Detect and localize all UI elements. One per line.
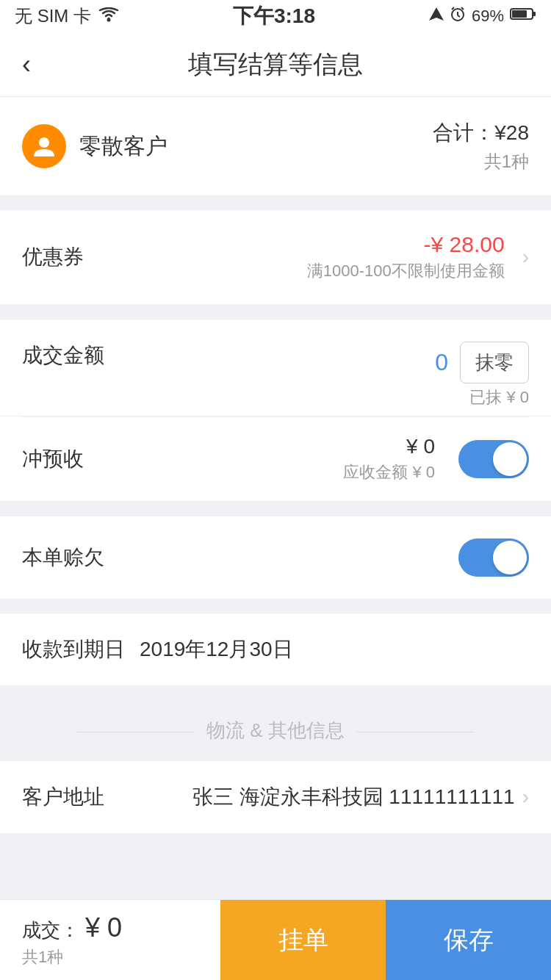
address-label: 客户地址 bbox=[22, 783, 104, 811]
coupon-label: 优惠券 bbox=[22, 243, 84, 271]
prepay-toggle[interactable] bbox=[458, 440, 529, 478]
location-icon bbox=[429, 6, 444, 26]
logistics-divider-text: 物流 & 其他信息 bbox=[65, 719, 486, 741]
customer-avatar bbox=[22, 124, 66, 168]
coupon-right: -¥ 28.00 满1000-100不限制使用金额 › bbox=[84, 232, 529, 282]
svg-rect-9 bbox=[512, 10, 527, 18]
wifi-icon bbox=[98, 6, 119, 26]
hang-button[interactable]: 挂单 bbox=[220, 900, 386, 980]
coupon-section: 优惠券 -¥ 28.00 满1000-100不限制使用金额 › bbox=[0, 210, 551, 305]
svg-point-10 bbox=[39, 137, 49, 148]
bottom-bar: 成交： ¥ 0 共1种 挂单 保存 bbox=[0, 899, 551, 980]
customer-name: 零散客户 bbox=[79, 131, 168, 162]
bottom-trade-amount: ¥ 0 bbox=[85, 912, 122, 943]
trade-prepay-section: 成交金额 0 抹零 已抹 ¥ 0 冲预收 ¥ 0 应收金额 ¥ 0 bbox=[0, 320, 551, 502]
status-right: 69% bbox=[429, 6, 536, 26]
address-value: 张三 海淀永丰科技园 11111111111 bbox=[119, 783, 515, 811]
credit-toggle-knob bbox=[493, 541, 527, 574]
already-rounded-text: 已抹 ¥ 0 bbox=[469, 386, 529, 408]
nav-bar: ‹ 填写结算等信息 bbox=[0, 32, 551, 97]
address-chevron-icon: › bbox=[522, 785, 529, 809]
prepay-toggle-knob bbox=[493, 442, 527, 476]
time-display: 下午3:18 bbox=[233, 2, 315, 30]
trade-amount-row: 成交金额 0 抹零 已抹 ¥ 0 bbox=[0, 320, 551, 417]
bottom-info: 成交： ¥ 0 共1种 bbox=[0, 912, 220, 968]
prepay-row: 冲预收 ¥ 0 应收金额 ¥ 0 bbox=[0, 417, 551, 502]
due-date-row[interactable]: 收款到期日 2019年12月30日 bbox=[0, 613, 551, 685]
credit-toggle[interactable] bbox=[458, 538, 529, 577]
address-section[interactable]: 客户地址 张三 海淀永丰科技园 11111111111 › bbox=[0, 761, 551, 833]
trade-amount-right: 0 抹零 已抹 ¥ 0 bbox=[435, 342, 529, 408]
due-date-section: 收款到期日 2019年12月30日 bbox=[0, 613, 551, 685]
battery-icon bbox=[510, 7, 536, 26]
svg-line-4 bbox=[458, 15, 460, 17]
coupon-chevron-icon: › bbox=[522, 245, 529, 269]
bottom-count: 共1种 bbox=[22, 946, 198, 968]
customer-row: 零散客户 合计：¥28 共1种 bbox=[0, 97, 551, 195]
receivable-text: 应收金额 ¥ 0 bbox=[343, 461, 435, 483]
coupon-amount: -¥ 28.00 bbox=[307, 232, 505, 257]
back-button[interactable]: ‹ bbox=[22, 49, 31, 80]
svg-rect-8 bbox=[533, 12, 536, 16]
svg-line-6 bbox=[461, 7, 464, 10]
svg-marker-1 bbox=[429, 7, 444, 21]
bottom-trade-label: 成交： bbox=[22, 918, 79, 943]
svg-point-0 bbox=[107, 18, 111, 22]
customer-left: 零散客户 bbox=[22, 124, 168, 168]
trade-amount-value: 0 bbox=[435, 349, 448, 376]
status-left: 无 SIM 卡 bbox=[15, 4, 119, 28]
content: 零散客户 合计：¥28 共1种 优惠券 -¥ 28.00 满1000-100不限… bbox=[0, 97, 551, 980]
save-button[interactable]: 保存 bbox=[386, 900, 551, 980]
coupon-value-block: -¥ 28.00 满1000-100不限制使用金额 bbox=[307, 232, 505, 282]
carrier-text: 无 SIM 卡 bbox=[15, 4, 91, 28]
coupon-desc: 满1000-100不限制使用金额 bbox=[307, 260, 505, 282]
trade-amount-label: 成交金额 bbox=[22, 342, 104, 370]
battery-text: 69% bbox=[472, 7, 504, 26]
alarm-icon bbox=[450, 6, 466, 26]
svg-line-5 bbox=[452, 7, 454, 10]
due-date-label: 收款到期日 bbox=[22, 635, 125, 663]
due-date-value: 2019年12月30日 bbox=[140, 635, 293, 663]
credit-section: 本单赊欠 bbox=[0, 516, 551, 599]
credit-label: 本单赊欠 bbox=[22, 544, 104, 572]
customer-total: 合计：¥28 共1种 bbox=[433, 119, 529, 173]
prepay-right: ¥ 0 应收金额 ¥ 0 bbox=[84, 435, 529, 483]
page-title: 填写结算等信息 bbox=[188, 48, 363, 82]
logistics-divider: 物流 & 其他信息 bbox=[0, 700, 551, 761]
status-bar: 无 SIM 卡 下午3:18 69 bbox=[0, 0, 551, 32]
coupon-row[interactable]: 优惠券 -¥ 28.00 满1000-100不限制使用金额 › bbox=[0, 210, 551, 305]
total-count: 共1种 bbox=[433, 150, 529, 173]
prepay-amount: ¥ 0 bbox=[343, 435, 435, 458]
prepay-label: 冲预收 bbox=[22, 445, 84, 473]
round-zero-button[interactable]: 抹零 bbox=[460, 342, 529, 383]
prepay-block: ¥ 0 应收金额 ¥ 0 bbox=[343, 435, 435, 483]
total-amount: 合计：¥28 bbox=[433, 119, 529, 147]
